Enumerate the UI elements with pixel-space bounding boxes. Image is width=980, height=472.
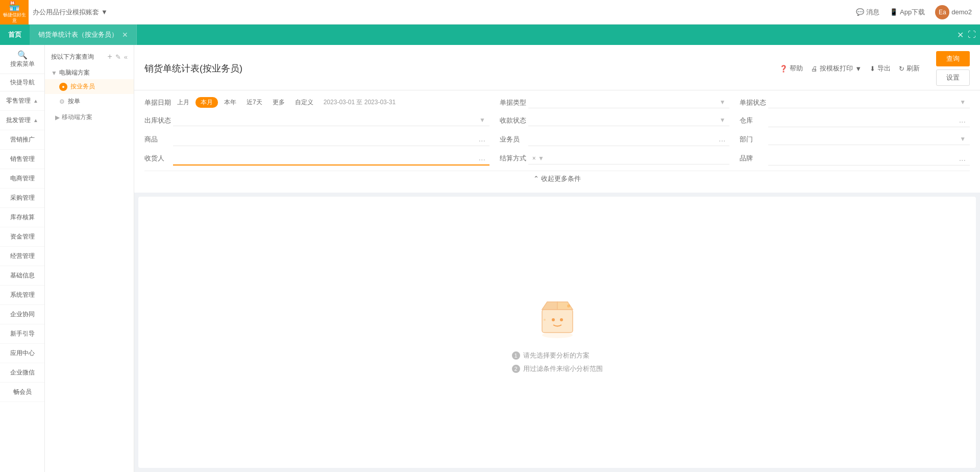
sidebar-corp-wechat-label: 企业微信 (10, 368, 35, 377)
date-tab-more[interactable]: 更多 (268, 97, 289, 108)
outbound-label: 出库状态 (144, 116, 173, 125)
outbound-arrow: ▼ (479, 116, 485, 124)
sidebar-item-finance[interactable]: 资金管理 (0, 227, 44, 247)
refresh-button[interactable]: ↻ 刷新 (899, 64, 920, 73)
sidebar-item-sales[interactable]: 销售管理 (0, 150, 44, 169)
message-button[interactable]: 💬 消息 (856, 8, 879, 17)
brand-field[interactable]: ... (768, 152, 970, 166)
empty-steps: 1 请先选择要分析的方案 2 用过滤条件来缩小分析范围 (512, 351, 603, 373)
sidebar-item-purchase[interactable]: 采购管理 (0, 188, 44, 208)
filter-date: 单据日期 上月 本月 本年 近7天 更多 自定义 2023-03-01 至 20… (144, 97, 489, 108)
sidebar-item-ecommerce[interactable]: 电商管理 (0, 169, 44, 188)
tab-home[interactable]: 首页 (0, 25, 30, 45)
sidebar-search-label: 搜索菜单 (4, 60, 40, 68)
brand-label: 品牌 (740, 154, 768, 163)
tab-expand-icon[interactable]: ⛶ (968, 30, 976, 39)
settings-button[interactable]: 设置 (936, 69, 970, 86)
username-label: demo2 (951, 8, 972, 16)
template-print-button[interactable]: 🖨 按模板打印 ▼ (811, 64, 862, 73)
date-range-display: 2023-03-01 至 2023-03-31 (324, 98, 396, 107)
empty-state: 1 请先选择要分析的方案 2 用过滤条件来缩小分析范围 (138, 197, 976, 468)
sidebar-item-corp-wechat[interactable]: 企业微信 (0, 363, 44, 383)
sidebar-item-newbie[interactable]: 新手引导 (0, 324, 44, 344)
brand-dots[interactable]: ... (959, 154, 966, 163)
filter-row-3: 商品 ... 业务员 ... 部门 (144, 132, 970, 146)
sidebar-item-app-center[interactable]: 应用中心 (0, 344, 44, 363)
payment-field[interactable]: ▼ (528, 114, 730, 126)
doc-type-field[interactable]: ▼ (528, 97, 730, 108)
tree-group-pc-title[interactable]: ▼ 电脑端方案 (45, 66, 134, 79)
page-actions: ❓ 帮助 🖨 按模板打印 ▼ ⬇ 导出 ↻ 刷新 查询 (779, 51, 970, 86)
sidebar-search[interactable]: 🔍 搜索菜单 (0, 45, 44, 74)
right-buttons: 查询 设置 (936, 51, 970, 86)
sidebar-item-enterprise[interactable]: 企业协同 (0, 305, 44, 324)
product-dots[interactable]: ... (479, 134, 485, 144)
sidebar-item-retail[interactable]: 零售管理 ▲ (0, 91, 44, 111)
date-tab-this-year[interactable]: 本年 (220, 97, 240, 108)
date-tab-last7[interactable]: 近7天 (242, 97, 266, 108)
product-field[interactable]: ... (173, 132, 489, 146)
tab-close-icon[interactable]: ✕ (122, 31, 128, 38)
warehouse-field[interactable]: ... (768, 113, 970, 127)
settlement-arrow: ▼ (538, 155, 544, 162)
consignee-dots[interactable]: ... (479, 153, 485, 162)
sidebar-item-basic[interactable]: 基础信息 (0, 266, 44, 286)
filter-collapse-button[interactable]: ⌃ 收起更多条件 (144, 171, 970, 186)
left-panel: 按以下方案查询 + ✎ « ▼ 电脑端方案 ● 按业务员 ⚙ 按单 ▶ 移动端方 (45, 45, 134, 472)
sidebar-item-system[interactable]: 系统管理 (0, 286, 44, 305)
user-menu[interactable]: Ea demo2 (935, 5, 972, 19)
tree-item-by-staff[interactable]: ● 按业务员 (45, 79, 134, 94)
date-tab-last-month[interactable]: 上月 (173, 97, 193, 108)
sidebar-item-wholesale[interactable]: 批发管理 ▲ (0, 111, 44, 130)
header-right: 💬 消息 📱 App下载 Ea demo2 (856, 5, 972, 19)
staff-field[interactable]: ... (528, 132, 730, 146)
sidebar-quicknav[interactable]: 快捷导航 (0, 74, 44, 91)
sidebar-item-marketing[interactable]: 营销推广 (0, 130, 44, 150)
panel-header-actions: + ✎ « (107, 52, 128, 61)
doc-type-arrow: ▼ (720, 99, 726, 106)
panel-title: 按以下方案查询 (51, 53, 94, 61)
help-label: 帮助 (790, 64, 803, 73)
sidebar-finance-label: 资金管理 (10, 232, 35, 241)
tree-item-by-order[interactable]: ⚙ 按单 (45, 94, 134, 109)
settlement-field[interactable]: × ▼ (528, 153, 730, 164)
sidebar-item-stock[interactable]: 库存核算 (0, 208, 44, 227)
app-download-button[interactable]: 📱 App下载 (890, 8, 925, 17)
warehouse-dots[interactable]: ... (959, 115, 966, 125)
dept-field[interactable]: ▼ (768, 133, 970, 145)
svg-point-2 (567, 304, 570, 308)
sidebar-item-members[interactable]: 畅会员 (0, 383, 44, 402)
panel-collapse-icon[interactable]: « (124, 53, 128, 61)
panel-add-icon[interactable]: + (107, 52, 112, 61)
tab-sales-report[interactable]: 销货单统计表（按业务员） ✕ (30, 25, 137, 45)
main-content: 销货单统计表(按业务员) ❓ 帮助 🖨 按模板打印 ▼ ⬇ 导出 ↻ 刷新 (134, 45, 980, 472)
sidebar-item-operations[interactable]: 经营管理 (0, 247, 44, 266)
sidebar-retail-arrow: ▲ (33, 98, 38, 104)
app-selector-dropdown[interactable]: 办公用品行业模拟账套 ▼ (33, 8, 108, 17)
sidebar-system-label: 系统管理 (10, 291, 35, 299)
staff-dots[interactable]: ... (719, 134, 725, 144)
filter-dept: 部门 ▼ (740, 133, 970, 145)
refresh-icon: ↻ (899, 65, 904, 73)
consignee-field[interactable]: ... (173, 151, 489, 166)
svg-point-5 (560, 318, 563, 321)
sidebar-newbie-label: 新手引导 (10, 329, 35, 338)
date-tab-this-month[interactable]: 本月 (195, 97, 218, 108)
date-tab-custom[interactable]: 自定义 (291, 97, 317, 108)
outbound-field[interactable]: ▼ (173, 114, 489, 126)
tab-close-window-icon[interactable]: ✕ (957, 30, 964, 40)
filter-row-4: 收货人 ... 结算方式 × ▼ 品牌 (144, 151, 970, 166)
settlement-clear[interactable]: × (532, 155, 536, 162)
export-button[interactable]: ⬇ 导出 (870, 64, 891, 73)
avatar: Ea (935, 5, 949, 19)
query-button[interactable]: 查询 (936, 51, 970, 66)
doc-status-field[interactable]: ▼ (768, 97, 970, 108)
panel-edit-icon[interactable]: ✎ (115, 53, 121, 61)
tree-group-mobile-title[interactable]: ▶ 移动端方案 (45, 111, 134, 124)
filter-collapse-label: 收起更多条件 (541, 175, 581, 182)
sidebar-wholesale-label: 批发管理 (6, 116, 31, 125)
message-label: 消息 (866, 8, 879, 17)
help-button[interactable]: ❓ 帮助 (779, 64, 803, 73)
print-icon: 🖨 (811, 65, 818, 73)
tab-bar-right: ✕ ⛶ (957, 25, 980, 45)
